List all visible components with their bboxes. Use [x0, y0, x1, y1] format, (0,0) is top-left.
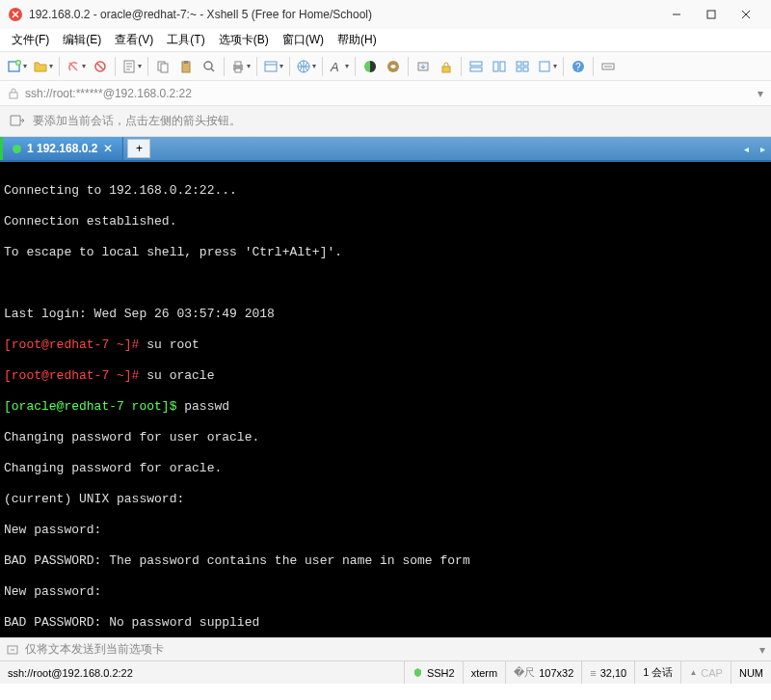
- fullscreen-button[interactable]: ▾: [534, 55, 560, 78]
- compose-target-icon[interactable]: [6, 643, 19, 657]
- properties-button[interactable]: ▾: [119, 55, 145, 78]
- svg-rect-14: [265, 62, 277, 71]
- print-button[interactable]: ▾: [227, 55, 253, 78]
- script-button[interactable]: [382, 55, 405, 78]
- compose-dropdown-icon[interactable]: ▾: [759, 643, 765, 657]
- add-tab-button[interactable]: +: [127, 139, 150, 158]
- minimize-button[interactable]: [659, 1, 694, 28]
- titlebar: 192.168.0.2 - oracle@redhat-7:~ - Xshell…: [0, 0, 771, 29]
- tab-strip: 1 192.168.0.2 ✕ + ◂ ▸: [0, 137, 771, 162]
- status-cap: ▲CAP: [681, 661, 731, 684]
- status-connection: ssh://root@192.168.0.2:22: [0, 661, 405, 684]
- status-sessions: 1 会话: [635, 661, 681, 684]
- encoding-button[interactable]: ▾: [293, 55, 319, 78]
- paste-button[interactable]: [174, 55, 198, 78]
- svg-rect-13: [235, 68, 241, 72]
- menu-view[interactable]: 查看(V): [109, 30, 159, 50]
- term-line: [root@redhat-7 ~]# su root: [4, 337, 767, 353]
- font-button[interactable]: A▾: [326, 55, 352, 78]
- menu-file[interactable]: 文件(F): [6, 30, 55, 50]
- tile-grid-button[interactable]: [511, 55, 534, 78]
- svg-rect-24: [517, 62, 521, 66]
- status-protocol: SSH2: [405, 661, 464, 684]
- shield-icon: [412, 667, 423, 678]
- svg-text:A: A: [330, 60, 339, 74]
- status-term: xterm: [464, 661, 507, 684]
- help-button[interactable]: ?: [567, 55, 590, 78]
- menu-tabs[interactable]: 选项卡(B): [213, 30, 275, 50]
- term-line: Last login: Wed Sep 26 03:57:49 2018: [4, 307, 767, 322]
- menu-window[interactable]: 窗口(W): [277, 30, 330, 50]
- svg-rect-7: [161, 64, 168, 72]
- address-dropdown-icon[interactable]: ▾: [758, 87, 763, 100]
- maximize-button[interactable]: [694, 1, 729, 28]
- menu-edit[interactable]: 编辑(E): [57, 30, 107, 50]
- svg-rect-32: [10, 93, 17, 98]
- transfer-button[interactable]: [412, 55, 435, 78]
- window-title: 192.168.0.2 - oracle@redhat-7:~ - Xshell…: [29, 8, 659, 21]
- open-button[interactable]: ▾: [30, 55, 56, 78]
- status-num: NUM: [731, 661, 771, 684]
- compose-toggle-button[interactable]: [597, 55, 620, 78]
- info-bar: 要添加当前会话，点击左侧的箭头按钮。: [0, 106, 771, 137]
- status-position: ≡32,10: [582, 661, 635, 684]
- svg-rect-1: [707, 11, 715, 18]
- svg-rect-12: [235, 62, 241, 66]
- tab-label: 1 192.168.0.2: [27, 142, 97, 155]
- svg-text:?: ?: [575, 62, 581, 72]
- svg-rect-20: [470, 62, 482, 66]
- term-line: [oracle@redhat-7 root]$ passwd: [4, 399, 767, 415]
- svg-rect-25: [523, 62, 528, 66]
- svg-rect-21: [470, 67, 482, 71]
- menu-help[interactable]: 帮助(H): [332, 30, 383, 50]
- term-line: (current) UNIX password:: [4, 492, 767, 507]
- tab-next-icon[interactable]: ▸: [755, 144, 771, 154]
- reconnect-button[interactable]: ▾: [63, 55, 89, 78]
- triangle-icon: ▲: [689, 668, 697, 677]
- address-bar[interactable]: ssh://root:******@192.168.0.2:22 ▾: [0, 81, 771, 106]
- color-scheme-button[interactable]: [359, 55, 382, 78]
- status-size: �尺107x32: [506, 661, 582, 684]
- term-line: New password:: [4, 584, 767, 600]
- tile-vert-button[interactable]: [488, 55, 511, 78]
- svg-rect-19: [442, 67, 450, 72]
- svg-rect-22: [493, 62, 498, 71]
- term-line: BAD PASSWORD: No password supplied: [4, 615, 767, 631]
- status-bar: ssh://root@192.168.0.2:22 SSH2 xterm �尺1…: [0, 660, 771, 684]
- svg-rect-23: [500, 62, 505, 71]
- svg-point-10: [204, 62, 212, 69]
- toolbar: ▾ ▾ ▾ ▾ ▾ ▾ ▾ A▾ ▾ ?: [0, 52, 771, 81]
- menubar: 文件(F) 编辑(E) 查看(V) 工具(T) 选项卡(B) 窗口(W) 帮助(…: [0, 29, 771, 52]
- term-line: Connection established.: [4, 214, 767, 229]
- info-text: 要添加当前会话，点击左侧的箭头按钮。: [33, 113, 241, 129]
- new-session-button[interactable]: ▾: [4, 55, 30, 78]
- term-line: To escape to local shell, press 'Ctrl+Al…: [4, 245, 767, 260]
- svg-rect-27: [523, 67, 528, 71]
- close-button[interactable]: [729, 1, 763, 28]
- add-session-icon[interactable]: [8, 113, 25, 130]
- address-text: ssh://root:******@192.168.0.2:22: [25, 87, 192, 100]
- term-line: Connecting to 192.168.0.2:22...: [4, 183, 767, 199]
- term-line: [4, 276, 767, 291]
- status-dot-icon: [13, 145, 21, 153]
- tab-session-1[interactable]: 1 192.168.0.2 ✕: [0, 137, 123, 160]
- term-line: Changing password for user oracle.: [4, 430, 767, 445]
- disconnect-button[interactable]: [89, 55, 112, 78]
- term-line: Changing password for oracle.: [4, 461, 767, 476]
- menu-tools[interactable]: 工具(T): [161, 30, 210, 50]
- view-button[interactable]: ▾: [260, 55, 286, 78]
- terminal[interactable]: Connecting to 192.168.0.2:22... Connecti…: [0, 162, 771, 637]
- tab-close-icon[interactable]: ✕: [103, 142, 113, 155]
- lock-button[interactable]: [435, 55, 458, 78]
- tab-prev-icon[interactable]: ◂: [738, 144, 755, 154]
- copy-button[interactable]: [151, 55, 174, 78]
- compose-bar[interactable]: 仅将文本发送到当前选项卡 ▾: [0, 637, 771, 660]
- svg-rect-28: [540, 62, 549, 71]
- find-button[interactable]: [198, 55, 221, 78]
- svg-rect-9: [184, 61, 188, 64]
- svg-rect-26: [517, 67, 521, 71]
- term-line: [root@redhat-7 ~]# su oracle: [4, 368, 767, 384]
- lock-icon: [8, 88, 19, 99]
- term-line: BAD PASSWORD: The password contains the …: [4, 553, 767, 569]
- tile-horz-button[interactable]: [465, 55, 488, 78]
